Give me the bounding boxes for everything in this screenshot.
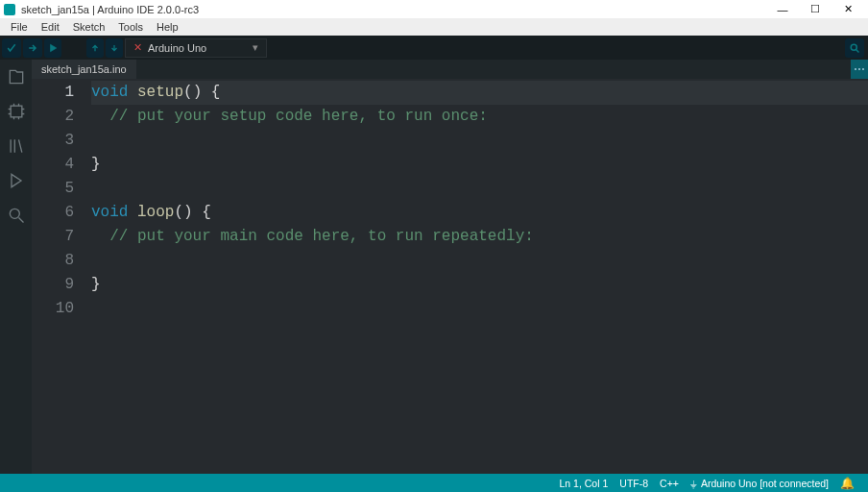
menu-edit[interactable]: Edit [35,21,66,33]
board-selector[interactable]: ✕ Arduino Uno ▾ [125,38,267,58]
activity-bar [0,60,32,474]
line-number: 10 [32,297,74,321]
code-line[interactable] [91,129,868,153]
save-button[interactable] [106,38,123,58]
line-number: 9 [32,273,74,297]
toolbar: ✕ Arduino Uno ▾ [0,36,868,60]
window-close-button[interactable]: ✕ [832,0,864,18]
menu-help[interactable]: Help [150,21,185,33]
library-icon[interactable] [5,135,28,158]
code-line[interactable]: } [91,153,868,177]
status-encoding[interactable]: UTF-8 [614,478,654,489]
line-number: 2 [32,105,74,129]
verify-button[interactable] [2,38,21,58]
line-number: 4 [32,153,74,177]
window-minimize-button[interactable]: — [766,0,799,18]
board-selector-label: Arduino Uno [148,42,206,54]
menu-bar: File Edit Sketch Tools Help [0,18,868,36]
app-icon [4,4,15,15]
code-line[interactable]: // put your setup code here, to run once… [91,105,868,129]
status-cursor[interactable]: Ln 1, Col 1 [554,478,615,489]
debug-run-button[interactable] [44,38,61,58]
menu-file[interactable]: File [4,21,35,33]
menu-tools[interactable]: Tools [111,21,150,33]
line-number-gutter: 12345678910 [32,79,91,474]
line-number: 7 [32,225,74,249]
status-board-label: Arduino Uno [not connected] [701,478,829,489]
plug-icon: ⏚ [690,478,697,489]
code-content[interactable]: void setup() { // put your setup code he… [91,79,868,474]
status-bar: Ln 1, Col 1 UTF-8 C++ ⏚ Arduino Uno [not… [0,474,868,492]
code-line[interactable]: } [91,273,868,297]
line-number: 8 [32,249,74,273]
tab-overflow-button[interactable]: ⋯ [851,60,868,79]
code-editor[interactable]: 12345678910 void setup() { // put your s… [32,79,868,474]
status-language[interactable]: C++ [654,478,685,489]
line-number: 3 [32,129,74,153]
menu-sketch[interactable]: Sketch [66,21,112,33]
tab-label: sketch_jan15a.ino [41,63,127,75]
line-number: 1 [32,81,74,105]
debug-icon[interactable] [5,169,28,192]
window-title: sketch_jan15a | Arduino IDE 2.0.0-rc3 [21,4,199,15]
svg-point-0 [851,44,856,50]
svg-point-2 [10,209,19,218]
editor-area: sketch_jan15a.ino ⋯ 12345678910 void set… [32,60,868,474]
search-icon[interactable] [5,204,28,227]
code-line[interactable]: void loop() { [91,201,868,225]
line-number: 6 [32,201,74,225]
board-manager-icon[interactable] [5,100,28,123]
code-line[interactable]: // put your main code here, to run repea… [91,225,868,249]
window-maximize-button[interactable]: ☐ [799,0,832,18]
upload-button[interactable] [23,38,42,58]
chevron-down-icon: ▾ [253,41,258,54]
status-board[interactable]: ⏚ Arduino Uno [not connected] [685,478,834,489]
notifications-button[interactable]: 🔔 [834,477,860,490]
svg-rect-1 [11,106,22,117]
window-titlebar: sketch_jan15a | Arduino IDE 2.0.0-rc3 — … [0,0,868,18]
code-line[interactable] [91,249,868,273]
explorer-icon[interactable] [5,65,28,88]
main-area: sketch_jan15a.ino ⋯ 12345678910 void set… [0,60,868,474]
serial-monitor-button[interactable] [845,38,864,58]
tab-sketch[interactable]: sketch_jan15a.ino [32,60,137,79]
board-status-icon: ✕ [133,41,142,54]
tab-bar: sketch_jan15a.ino ⋯ [32,60,868,79]
code-line[interactable] [91,177,868,201]
line-number: 5 [32,177,74,201]
code-line[interactable]: void setup() { [91,81,868,105]
open-button[interactable] [86,38,104,58]
code-line[interactable] [91,297,868,321]
